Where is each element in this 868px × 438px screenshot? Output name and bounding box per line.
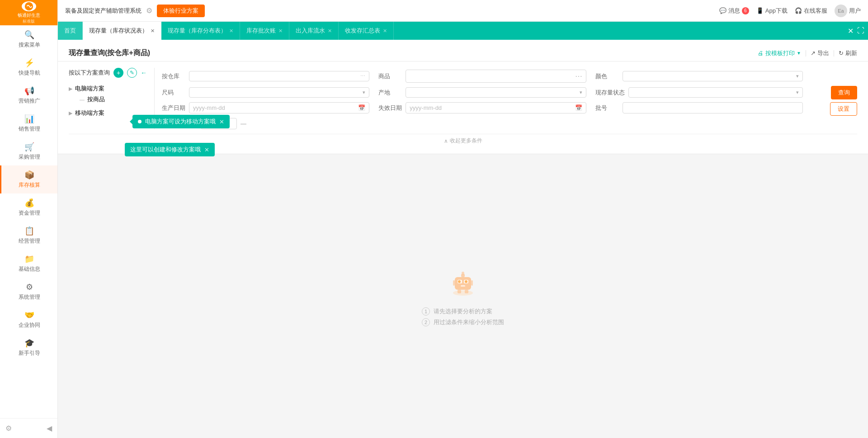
search-button[interactable]: 查询 bbox=[831, 86, 857, 99]
filter-row-size: 尺码 ▾ bbox=[162, 87, 369, 98]
svg-point-9 bbox=[462, 272, 464, 274]
svg-rect-7 bbox=[461, 285, 465, 287]
size-select[interactable]: ▾ bbox=[189, 87, 369, 98]
batch-input[interactable] bbox=[623, 102, 803, 113]
sidebar-item-label: 新手引导 bbox=[19, 349, 40, 357]
sidebar-item-guide[interactable]: 🎓 新手引导 bbox=[0, 334, 57, 362]
tab-recv-send[interactable]: 收发存汇总表 ✕ bbox=[339, 22, 394, 40]
online-support-item[interactable]: 🎧 在线客服 bbox=[795, 7, 827, 15]
print-icon: 🖨 bbox=[758, 50, 764, 57]
avatar-text: Ea bbox=[838, 8, 844, 14]
sidebar-item-sales[interactable]: 📊 销售管理 bbox=[0, 109, 57, 137]
tab-inout-flow[interactable]: 出入库流水 ✕ bbox=[289, 22, 339, 40]
collapse-sidebar-icon[interactable]: ◀ bbox=[47, 424, 52, 433]
filter-row-exp-date: 失效日期 yyyy-mm-dd 📅 bbox=[378, 102, 586, 113]
user-item[interactable]: Ea 用户 bbox=[835, 5, 861, 17]
scheme-arrow-icon[interactable]: ← bbox=[141, 69, 147, 76]
refresh-button[interactable]: ↻ 刷新 bbox=[839, 49, 857, 57]
guide-icon: 🎓 bbox=[24, 338, 34, 348]
edit-scheme-button[interactable]: ✎ bbox=[127, 68, 137, 78]
tooltip-edit-close[interactable]: ✕ bbox=[204, 146, 209, 153]
stock-status-arrow-icon: ▾ bbox=[796, 89, 799, 95]
sidebar-item-search[interactable]: 🔍 搜索菜单 bbox=[0, 25, 57, 53]
tab-stock-status-close[interactable]: ✕ bbox=[151, 28, 155, 34]
tooltip-pc-dot bbox=[138, 120, 142, 123]
svg-rect-2 bbox=[455, 277, 471, 290]
basic-icon: 📁 bbox=[24, 254, 34, 264]
tooltip-edit: 这里可以创建和修改方案哦 ✕ bbox=[125, 143, 215, 156]
tip-num-2: 2 bbox=[422, 318, 430, 326]
exp-date-input[interactable]: yyyy-mm-dd 📅 bbox=[406, 102, 586, 113]
tooltip-pc: 电脑方案可设为移动方案哦 ✕ bbox=[132, 115, 230, 128]
system-icon: ⚙ bbox=[26, 282, 33, 292]
tab-recv-send-close[interactable]: ✕ bbox=[383, 28, 387, 34]
goods-select[interactable]: ⋯ bbox=[406, 70, 586, 83]
print-button[interactable]: 🖨 按模板打印 ▼ bbox=[758, 49, 801, 57]
tab-inout-flow-label: 出入库流水 bbox=[296, 27, 325, 35]
exp-date-placeholder: yyyy-mm-dd bbox=[410, 104, 442, 111]
scheme-mobile-label: 移动端方案 bbox=[75, 109, 104, 117]
scheme-pc-child-label: 按商品 bbox=[87, 95, 105, 104]
app-download-item[interactable]: 📱 App下载 bbox=[756, 7, 788, 15]
sidebar-item-marketing[interactable]: 📢 营销推广 bbox=[0, 81, 57, 109]
filter-row-goods: 商品 ⋯ bbox=[378, 70, 586, 83]
app-download-label: App下载 bbox=[765, 7, 788, 15]
tab-home-label: 首页 bbox=[64, 27, 76, 35]
add-scheme-button[interactable]: + bbox=[113, 68, 123, 78]
tab-stock-dist-label: 现存量（库存分布表） bbox=[168, 27, 226, 35]
sidebar-item-basic[interactable]: 📁 基础信息 bbox=[0, 250, 57, 278]
warehouse-select[interactable]: ⋯ bbox=[189, 71, 369, 81]
sidebar-item-system[interactable]: ⚙ 系统管理 bbox=[0, 278, 57, 306]
tabbar-actions: ✕ ⛶ bbox=[844, 22, 868, 40]
prod-date-placeholder: yyyy-mm-dd bbox=[193, 104, 225, 111]
scheme-pc-item[interactable]: ▶ 电脑端方案 bbox=[69, 83, 149, 94]
refresh-label: 刷新 bbox=[845, 49, 857, 57]
tabbar: 首页 现存量（库存状况表） ✕ 现存量（库存分布表） ✕ 库存批次账 ✕ 出入库… bbox=[58, 22, 868, 40]
inventory-icon: 📦 bbox=[24, 170, 34, 180]
tab-inout-flow-close[interactable]: ✕ bbox=[328, 28, 332, 34]
operations-icon: 📋 bbox=[24, 226, 34, 236]
tab-close-all-icon[interactable]: ✕ bbox=[848, 27, 854, 35]
scheme-tree: ▶ 电脑端方案 — 按商品 ▶ 移动端方案 bbox=[69, 83, 149, 118]
tab-stock-dist-close[interactable]: ✕ bbox=[229, 28, 233, 34]
tab-home[interactable]: 首页 bbox=[58, 22, 83, 40]
scheme-pc-arrow[interactable]: ▶ bbox=[69, 86, 72, 92]
sales-icon: 📊 bbox=[24, 114, 34, 124]
user-label: 用户 bbox=[849, 7, 861, 15]
tab-batch-ledger[interactable]: 库存批次账 ✕ bbox=[240, 22, 289, 40]
sidebar-item-purchase[interactable]: 🛒 采购管理 bbox=[0, 137, 57, 165]
empty-illustration bbox=[445, 266, 481, 302]
export-button[interactable]: ↗ 导出 bbox=[811, 49, 829, 57]
origin-select[interactable]: ▾ bbox=[406, 87, 586, 98]
prod-date-input[interactable]: yyyy-mm-dd 📅 bbox=[189, 102, 369, 113]
tip-text-2: 用过滤条件来缩小分析范围 bbox=[434, 318, 504, 326]
tab-batch-ledger-close[interactable]: ✕ bbox=[278, 28, 283, 34]
topbar-right: 💬 消息 6 📱 App下载 🎧 在线客服 Ea 用户 bbox=[719, 5, 861, 17]
exp-date-calendar-icon: 📅 bbox=[575, 104, 582, 111]
sidebar-item-operations[interactable]: 📋 经营管理 bbox=[0, 221, 57, 250]
topbar-left: 装备及固定资产辅助管理系统 ⚙ 体验行业方案 bbox=[65, 5, 205, 17]
stock-status-label: 现存量状态 bbox=[595, 89, 625, 97]
sidebar-nav: 🔍 搜索菜单 ⚡ 快捷导航 📢 营销推广 📊 销售管理 🛒 采购管理 📦 库存核… bbox=[0, 25, 57, 418]
filter-row-warehouse: 按仓库 ⋯ bbox=[162, 70, 369, 83]
prod-date-calendar-icon: 📅 bbox=[358, 104, 365, 111]
solution-button[interactable]: 体验行业方案 bbox=[157, 5, 205, 17]
reset-button[interactable]: 设置 bbox=[830, 102, 857, 116]
tab-fullscreen-icon[interactable]: ⛶ bbox=[857, 27, 864, 35]
phone-icon: 📱 bbox=[756, 7, 764, 14]
tooltip-pc-close[interactable]: ✕ bbox=[219, 118, 224, 125]
tab-stock-status[interactable]: 现存量（库存状况表） ✕ bbox=[83, 22, 161, 40]
scheme-pc-child-1[interactable]: — 按商品 bbox=[78, 94, 149, 105]
filter-area: 按以下方案查询 + ✎ ← ▶ 电脑端方案 — 按商品 bbox=[58, 61, 868, 154]
sidebar-item-finance[interactable]: 💰 资金管理 bbox=[0, 193, 57, 221]
sidebar-item-cooperation[interactable]: 🤝 企业协同 bbox=[0, 306, 57, 334]
color-select[interactable]: ▾ bbox=[623, 71, 803, 81]
stock-status-select[interactable]: ▾ bbox=[628, 87, 803, 98]
topbar-settings-icon[interactable]: ⚙ bbox=[146, 6, 152, 15]
settings-footer-icon[interactable]: ⚙ bbox=[5, 424, 12, 433]
scheme-mobile-arrow[interactable]: ▶ bbox=[69, 110, 72, 116]
sidebar-item-quick-nav[interactable]: ⚡ 快捷导航 bbox=[0, 53, 57, 81]
tab-stock-dist[interactable]: 现存量（库存分布表） ✕ bbox=[161, 22, 240, 40]
notification-item[interactable]: 💬 消息 6 bbox=[719, 7, 749, 15]
sidebar-item-inventory[interactable]: 📦 库存核算 bbox=[0, 165, 57, 193]
